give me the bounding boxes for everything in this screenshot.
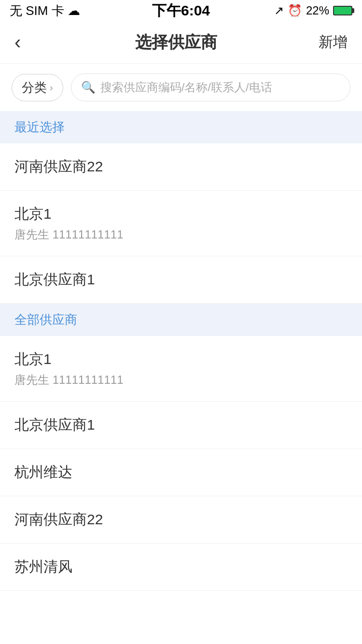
filter-bar: 分类 › 🔍 搜索供应商编码/名称/联系人/电话 <box>0 64 362 111</box>
all-list-item[interactable]: 北京供应商1 <box>0 402 362 449</box>
status-right: ↗ ⏰ 22% <box>274 4 352 17</box>
search-placeholder-text: 搜索供应商编码/名称/联系人/电话 <box>100 80 272 95</box>
search-icon: 🔍 <box>81 81 96 94</box>
recent-list: 河南供应商22北京1唐先生 11111111111北京供应商1 <box>0 143 362 304</box>
recent-section-label: 最近选择 <box>14 120 65 134</box>
all-suppliers-list: 北京1唐先生 11111111111北京供应商1杭州维达河南供应商22苏州清风 <box>0 336 362 591</box>
recent-list-item[interactable]: 北京1唐先生 11111111111 <box>0 191 362 256</box>
item-name: 北京1 <box>14 350 348 369</box>
location-icon: ↗ <box>274 4 284 17</box>
item-name: 北京供应商1 <box>14 270 348 290</box>
all-list-item[interactable]: 杭州维达 <box>0 449 362 496</box>
sim-label: 无 SIM 卡 ☁ <box>10 2 80 19</box>
all-list-item[interactable]: 苏州清风 <box>0 544 362 591</box>
item-name: 河南供应商22 <box>14 510 348 530</box>
item-name: 苏州清风 <box>14 557 348 577</box>
search-input-box[interactable]: 🔍 搜索供应商编码/名称/联系人/电话 <box>71 73 350 101</box>
all-section-label: 全部供应商 <box>14 312 77 327</box>
item-name: 北京1 <box>14 204 348 224</box>
status-left: 无 SIM 卡 ☁ <box>10 2 80 19</box>
battery-icon <box>333 6 352 15</box>
recent-list-item[interactable]: 河南供应商22 <box>0 143 362 191</box>
item-name: 北京供应商1 <box>14 415 348 435</box>
page-title: 选择供应商 <box>43 31 309 54</box>
status-bar: 无 SIM 卡 ☁ 下午6:04 ↗ ⏰ 22% <box>0 0 362 21</box>
item-name: 杭州维达 <box>14 462 348 482</box>
category-filter-button[interactable]: 分类 › <box>12 74 63 101</box>
chevron-right-icon: › <box>50 82 53 93</box>
category-label: 分类 <box>22 79 47 96</box>
item-name: 河南供应商22 <box>14 157 348 177</box>
recent-list-item[interactable]: 北京供应商1 <box>0 256 362 304</box>
all-list-item[interactable]: 河南供应商22 <box>0 496 362 544</box>
recent-section-header: 最近选择 <box>0 111 362 143</box>
battery-percent: 22% <box>306 4 329 17</box>
add-button[interactable]: 新增 <box>309 32 348 52</box>
all-list-item[interactable]: 北京1唐先生 11111111111 <box>0 336 362 402</box>
back-button[interactable]: ‹ <box>14 31 43 53</box>
all-section-header: 全部供应商 <box>0 304 362 336</box>
item-sub: 唐先生 11111111111 <box>14 227 348 242</box>
alarm-icon: ⏰ <box>288 4 302 17</box>
item-sub: 唐先生 11111111111 <box>14 372 348 388</box>
status-time: 下午6:04 <box>152 1 210 21</box>
nav-bar: ‹ 选择供应商 新增 <box>0 21 362 64</box>
